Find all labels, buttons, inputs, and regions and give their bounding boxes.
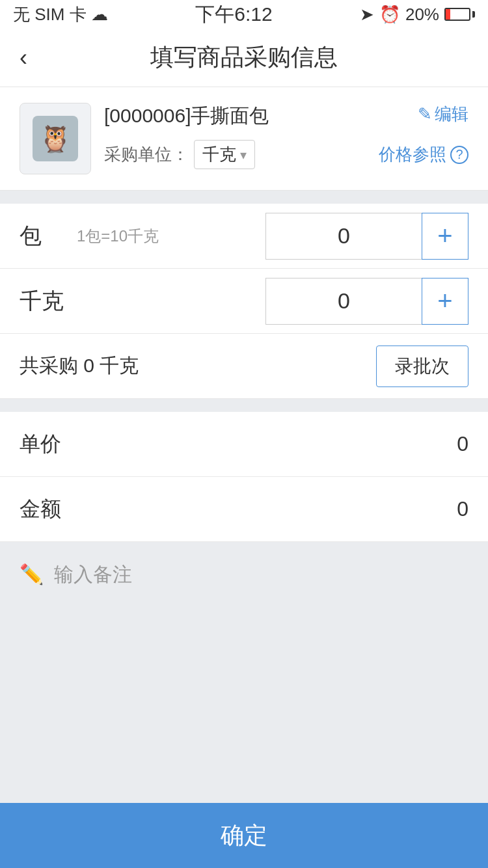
package-input-group: + [159, 213, 468, 260]
product-info: [0000006]手撕面包 ✎ 编辑 采购单位： 千克 ▾ 价格参照 ? [104, 103, 468, 169]
pencil-icon: ✏️ [20, 563, 44, 586]
product-logo: 🦉 [39, 124, 72, 154]
package-input[interactable] [265, 213, 422, 260]
package-row: 包 1包=10千克 + [0, 204, 488, 269]
total-label: 共采购 0 千克 [20, 353, 376, 379]
page-title: 填写商品采购信息 [150, 42, 338, 74]
unit-value: 千克 [202, 143, 236, 166]
price-ref-label: 价格参照 [379, 143, 446, 166]
kg-plus-button[interactable]: + [422, 278, 468, 325]
divider-1 [0, 191, 488, 204]
help-icon: ? [450, 146, 468, 164]
kg-input-group: + [77, 278, 468, 325]
unit-price-row: 单价 0 [0, 412, 488, 477]
package-label: 包 [20, 221, 72, 251]
amount-label: 金额 [20, 495, 457, 524]
nav-bar: ‹ 填写商品采购信息 [0, 29, 488, 87]
location-icon: ➤ [360, 5, 374, 25]
unit-price-label: 单价 [20, 430, 457, 459]
product-name: [0000006]手撕面包 [104, 103, 269, 129]
product-header: [0000006]手撕面包 ✎ 编辑 [104, 103, 468, 129]
battery-percent: 20% [405, 5, 439, 25]
divider-2 [0, 399, 488, 412]
battery-icon [444, 8, 475, 21]
status-left: 无 SIM 卡 ☁ [13, 3, 108, 26]
status-bar: 无 SIM 卡 ☁ 下午6:12 ➤ ⏰ 20% [0, 0, 488, 29]
edit-button[interactable]: ✎ 编辑 [418, 103, 468, 126]
notes-placeholder: 输入备注 [54, 562, 132, 588]
product-unit: 采购单位： 千克 ▾ 价格参照 ? [104, 140, 468, 169]
chevron-down-icon: ▾ [240, 147, 247, 163]
edit-icon: ✎ [418, 104, 432, 124]
back-button[interactable]: ‹ [20, 44, 27, 72]
notes-section[interactable]: ✏️ 输入备注 [0, 542, 488, 620]
unit-label: 采购单位： [104, 143, 189, 166]
price-ref-button[interactable]: 价格参照 ? [379, 143, 468, 166]
product-thumbnail: 🦉 [33, 116, 78, 161]
batch-button[interactable]: 录批次 [376, 346, 468, 387]
total-row: 共采购 0 千克 录批次 [0, 334, 488, 399]
status-time: 下午6:12 [195, 1, 272, 28]
sim-status: 无 SIM 卡 ☁ [13, 3, 108, 26]
product-image: 🦉 [20, 103, 91, 174]
status-right: ➤ ⏰ 20% [360, 5, 475, 25]
amount-row: 金额 0 [0, 477, 488, 542]
alarm-icon: ⏰ [379, 5, 400, 25]
kg-input[interactable] [265, 278, 422, 325]
confirm-button[interactable]: 确定 [0, 803, 488, 868]
form-section: 包 1包=10千克 + 千克 + 共采购 0 千克 录批次 [0, 204, 488, 399]
edit-label: 编辑 [435, 103, 468, 126]
kg-label: 千克 [20, 286, 72, 316]
price-section: 单价 0 金额 0 [0, 412, 488, 542]
product-section: 🦉 [0000006]手撕面包 ✎ 编辑 采购单位： 千克 ▾ 价格参照 ? [0, 87, 488, 191]
unit-price-value: 0 [457, 432, 468, 456]
amount-value: 0 [457, 497, 468, 521]
package-plus-button[interactable]: + [422, 213, 468, 260]
package-sublabel: 1包=10千克 [77, 226, 159, 247]
kg-row: 千克 + [0, 269, 488, 334]
unit-selector[interactable]: 千克 ▾ [194, 140, 255, 169]
